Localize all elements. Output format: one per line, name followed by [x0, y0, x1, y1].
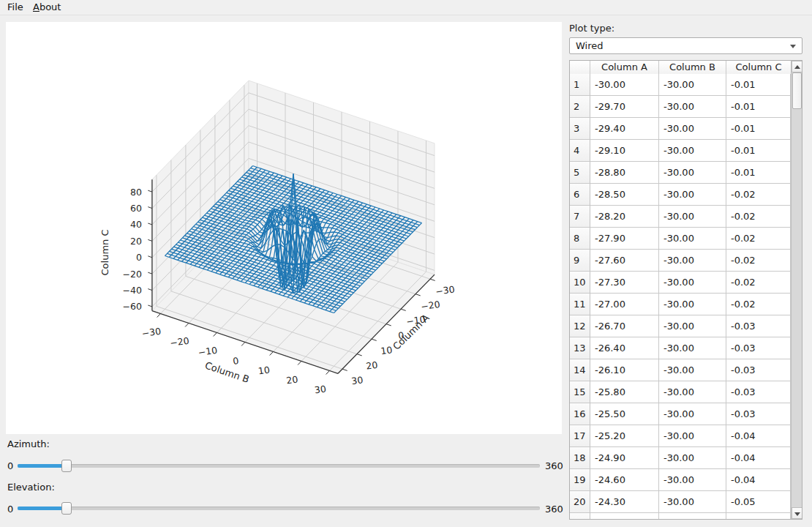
table-cell[interactable]: -30.00	[659, 228, 726, 250]
table-row-number[interactable]: 2	[570, 96, 590, 118]
table-cell[interactable]: -0.02	[726, 206, 791, 228]
table-cell[interactable]: -0.01	[726, 140, 791, 162]
table-cell[interactable]: -29.10	[590, 140, 659, 162]
table-cell[interactable]: -0.01	[726, 118, 791, 140]
plot-type-combobox[interactable]: Wired	[569, 37, 802, 54]
table-row-number[interactable]: 11	[570, 294, 590, 315]
table-cell[interactable]: -25.20	[590, 425, 659, 447]
table-row-number[interactable]: 12	[570, 315, 590, 337]
table-row-number[interactable]: 20	[570, 491, 590, 513]
table-row-number[interactable]: 16	[570, 403, 590, 425]
table-cell[interactable]: -0.02	[726, 250, 791, 272]
table-cell[interactable]: -0.03	[726, 337, 791, 359]
table-cell[interactable]: -30.00	[659, 425, 726, 447]
table-cell[interactable]: -30.00	[659, 381, 726, 403]
table-row-number[interactable]: 14	[570, 359, 590, 381]
table-cell[interactable]: -28.80	[590, 162, 659, 184]
azimuth-slider-handle[interactable]	[61, 460, 72, 472]
table-row-number[interactable]: 13	[570, 337, 590, 359]
table-row-number[interactable]: 3	[570, 118, 590, 140]
table-row-number[interactable]: 4	[570, 140, 590, 162]
table-header-column-c[interactable]: Column C	[726, 61, 791, 74]
table-cell[interactable]: -30.00	[659, 359, 726, 381]
scroll-down-button[interactable]	[792, 507, 802, 519]
menu-item-about[interactable]: About	[33, 0, 61, 15]
table-cell[interactable]: -30.00	[659, 294, 726, 315]
table-cell[interactable]: -27.90	[590, 228, 659, 250]
table-row-number[interactable]: 19	[570, 469, 590, 491]
table-cell[interactable]: -30.00	[659, 206, 726, 228]
table-corner-header[interactable]	[570, 61, 590, 74]
table-cell[interactable]: -30.00	[659, 118, 726, 140]
azimuth-slider[interactable]	[18, 464, 540, 468]
table-cell[interactable]: -0.04	[726, 469, 791, 491]
table-cell[interactable]: -0.02	[726, 228, 791, 250]
table-cell[interactable]: -25.80	[590, 381, 659, 403]
table-cell[interactable]: -30.00	[659, 272, 726, 294]
table-cell[interactable]: -25.50	[590, 403, 659, 425]
table-cell[interactable]: -30.00	[590, 74, 659, 96]
table-row-number[interactable]: 5	[570, 162, 590, 184]
table-row-number[interactable]: 1	[570, 74, 590, 96]
table-cell[interactable]: -0.04	[726, 425, 791, 447]
table-cell[interactable]: -30.00	[659, 447, 726, 469]
table-cell[interactable]	[590, 513, 659, 520]
elevation-slider-handle[interactable]	[61, 502, 72, 515]
table-cell[interactable]: -30.00	[659, 491, 726, 513]
table-cell[interactable]: -30.00	[659, 140, 726, 162]
table-cell[interactable]: -30.00	[659, 337, 726, 359]
table-cell[interactable]	[726, 513, 791, 520]
table-cell[interactable]	[659, 513, 726, 520]
table-row-number[interactable]: 17	[570, 425, 590, 447]
table-cell[interactable]: -30.00	[659, 74, 726, 96]
table-cell[interactable]: -0.01	[726, 74, 791, 96]
table-row-number[interactable]: 7	[570, 206, 590, 228]
table-cell[interactable]: -29.40	[590, 118, 659, 140]
table-header-column-a[interactable]: Column A	[590, 61, 659, 74]
table-cell[interactable]: -0.01	[726, 162, 791, 184]
plot-canvas[interactable]: −30−20−100102030−30−20−10010203080604020…	[6, 22, 562, 434]
table-cell[interactable]: -0.02	[726, 272, 791, 294]
table-header-column-b[interactable]: Column B	[659, 61, 726, 74]
menu-item-file[interactable]: File	[7, 0, 23, 15]
table-cell[interactable]: -0.05	[726, 491, 791, 513]
table-cell[interactable]: -30.00	[659, 96, 726, 118]
table-cell[interactable]: -0.03	[726, 315, 791, 337]
table-cell[interactable]: -24.60	[590, 469, 659, 491]
table-cell[interactable]: -27.00	[590, 294, 659, 315]
table-cell[interactable]: -26.40	[590, 337, 659, 359]
table-cell[interactable]: -30.00	[659, 469, 726, 491]
table-cell[interactable]: -0.03	[726, 381, 791, 403]
table-cell[interactable]: -28.20	[590, 206, 659, 228]
table-cell[interactable]: -0.02	[726, 294, 791, 315]
table-row-number[interactable]	[570, 513, 590, 520]
table-cell[interactable]: -0.03	[726, 359, 791, 381]
table-cell[interactable]: -30.00	[659, 250, 726, 272]
table-cell[interactable]: -24.30	[590, 491, 659, 513]
table-row-number[interactable]: 8	[570, 228, 590, 250]
scrollbar-thumb[interactable]	[792, 72, 802, 109]
table-cell[interactable]: -0.04	[726, 447, 791, 469]
table-cell[interactable]: -27.30	[590, 272, 659, 294]
table-cell[interactable]: -26.10	[590, 359, 659, 381]
elevation-slider[interactable]	[18, 507, 540, 510]
scroll-up-button[interactable]	[792, 61, 802, 72]
table-cell[interactable]: -30.00	[659, 184, 726, 206]
table-cell[interactable]: -0.01	[726, 96, 791, 118]
table-row-number[interactable]: 6	[570, 184, 590, 206]
table-cell[interactable]: -30.00	[659, 162, 726, 184]
table-cell[interactable]: -24.90	[590, 447, 659, 469]
table-cell[interactable]: -26.70	[590, 315, 659, 337]
table-cell[interactable]: -29.70	[590, 96, 659, 118]
table-cell[interactable]: -0.03	[726, 403, 791, 425]
table-row-number[interactable]: 18	[570, 447, 590, 469]
table-cell[interactable]: -27.60	[590, 250, 659, 272]
table-cell[interactable]: -28.50	[590, 184, 659, 206]
table-cell[interactable]: -0.02	[726, 184, 791, 206]
table-row-number[interactable]: 9	[570, 250, 590, 272]
table-cell[interactable]: -30.00	[659, 315, 726, 337]
table-cell[interactable]: -30.00	[659, 403, 726, 425]
table-vertical-scrollbar[interactable]	[791, 61, 802, 519]
table-row-number[interactable]: 15	[570, 381, 590, 403]
table-row-number[interactable]: 10	[570, 272, 590, 294]
